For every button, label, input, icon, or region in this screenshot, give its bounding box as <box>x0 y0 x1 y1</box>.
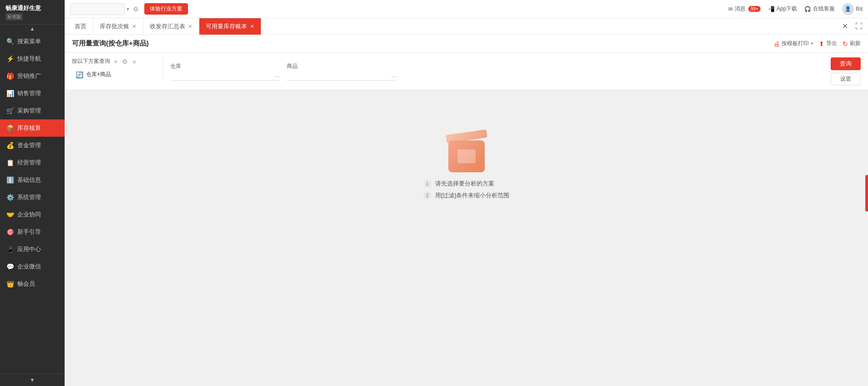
trial-btn[interactable]: 体验行业方案 <box>144 3 188 15</box>
scheme-name: 仓库+商品 <box>86 71 111 78</box>
tab-close-icon[interactable]: ✕ <box>188 24 193 29</box>
tab-home-label: 首页 <box>75 22 86 31</box>
online-service-btn[interactable]: 🎧 在线客服 <box>804 5 835 13</box>
product-more-btn[interactable]: ... <box>391 72 396 78</box>
page-header-actions: 🖨 按模板打印 ▾ ⬆ 导出 ↻ 刷新 <box>773 40 861 47</box>
gear-icon: ⚙️ <box>6 194 14 201</box>
tab-close-icon[interactable]: ✕ <box>250 24 254 29</box>
close-tab-btn[interactable]: ✕ <box>840 20 850 32</box>
sidebar-item-label: 企业微信 <box>17 262 41 271</box>
sidebar-item-new-guide[interactable]: 🎯 新手引导 <box>0 223 65 241</box>
user-profile-btn[interactable]: 👤 Rit <box>842 3 863 15</box>
tab-home[interactable]: 首页 <box>68 18 93 35</box>
main-area: ▾ ⚙ 体验行业方案 ✉ 消息 99+ 📲 App下载 🎧 在线客服 👤 Rit <box>65 0 868 386</box>
settings-icon[interactable]: ⚙ <box>133 5 139 13</box>
product-label: 商品 <box>287 62 396 70</box>
message-icon: ✉ <box>728 6 733 12</box>
sidebar-item-label: 系统管理 <box>17 193 41 201</box>
tab-inventory-batch[interactable]: 库存批次账 ✕ <box>93 18 143 35</box>
print-btn[interactable]: 🖨 按模板打印 ▾ <box>773 40 813 47</box>
sidebar-item-system[interactable]: ⚙️ 系统管理 <box>0 189 65 206</box>
filter-settings-btn[interactable]: 设置 <box>831 73 861 85</box>
gift-icon: 🎁 <box>6 72 14 80</box>
sidebar-item-operations[interactable]: 📋 经营管理 <box>0 154 65 171</box>
sidebar-item-inventory[interactable]: 📦 库存核算 <box>0 119 65 137</box>
export-icon: ⬆ <box>819 40 824 47</box>
sidebar-item-wechat[interactable]: 💬 企业微信 <box>0 258 65 275</box>
warehouse-field: 仓库 ... <box>170 62 279 81</box>
product-input[interactable] <box>287 72 390 78</box>
scroll-indicator <box>865 175 868 211</box>
crown-icon: 👑 <box>6 280 14 288</box>
box-body <box>448 140 485 172</box>
topbar: ▾ ⚙ 体验行业方案 ✉ 消息 99+ 📲 App下载 🎧 在线客服 👤 Rit <box>65 0 868 18</box>
filter-fields: 仓库 ... 商品 ... 查询 设置 <box>163 57 861 85</box>
filter-label-text: 按以下方案查询 <box>72 57 110 65</box>
edit-scheme-btn[interactable]: ⚙ <box>121 58 129 65</box>
sidebar-scroll-up[interactable]: ▲ <box>0 25 65 33</box>
hint-text-1: 请先选择要分析的方案 <box>435 180 494 188</box>
app-download-btn[interactable]: 📲 App下载 <box>768 5 797 13</box>
tab-close-icon[interactable]: ✕ <box>132 24 137 29</box>
hint-text-2: 用[过滤]条件来缩小分析范围 <box>435 191 509 200</box>
sidebar-item-sales[interactable]: 📊 销售管理 <box>0 85 65 102</box>
sidebar-item-label: 资金管理 <box>17 141 41 149</box>
warehouse-more-btn[interactable]: ... <box>275 72 279 78</box>
filter-scheme-panel: 按以下方案查询 + ⚙ « 🔄 仓库+商品 <box>72 57 163 80</box>
scheme-icon: 🔄 <box>76 71 83 78</box>
target-icon: 🎯 <box>6 228 14 236</box>
sidebar-item-app-center[interactable]: 📱 应用中心 <box>0 241 65 258</box>
expand-tab-btn[interactable]: ⛶ <box>853 21 864 32</box>
sidebar: 畅康通好生意 标准版 ▲ 🔍 搜索菜单 ⚡ 快捷导航 🎁 营销推广 📊 销售管理… <box>0 0 65 386</box>
sidebar-item-label: 经营管理 <box>17 159 41 167</box>
sidebar-item-vip[interactable]: 👑 畅会员 <box>0 275 65 293</box>
box-face <box>457 149 476 163</box>
add-scheme-btn[interactable]: + <box>113 58 118 65</box>
sidebar-item-enterprise[interactable]: 🤝 企业协同 <box>0 206 65 223</box>
sidebar-item-purchase[interactable]: 🛒 采购管理 <box>0 102 65 119</box>
sidebar-item-basic-info[interactable]: ℹ️ 基础信息 <box>0 171 65 189</box>
print-icon: 🖨 <box>773 40 780 47</box>
tabs-bar: 首页 库存批次账 ✕ 收发存汇总表 ✕ 可用量库存账本 ✕ ✕ ⛶ <box>65 18 868 35</box>
tab-receive-summary[interactable]: 收发存汇总表 ✕ <box>143 18 199 35</box>
sidebar-item-search[interactable]: 🔍 搜索菜单 <box>0 33 65 50</box>
collapse-btn[interactable]: « <box>132 58 137 65</box>
sidebar-item-label: 快捷导航 <box>17 55 41 63</box>
hint-item-2: 2 用[过滤]条件来缩小分析范围 <box>423 191 509 200</box>
message-label: 消息 <box>735 5 746 13</box>
refresh-icon: ↻ <box>843 40 848 47</box>
warehouse-input[interactable] <box>170 72 273 78</box>
message-badge: 99+ <box>748 6 761 12</box>
sidebar-item-quick-nav[interactable]: ⚡ 快捷导航 <box>0 50 65 67</box>
sidebar-item-funds[interactable]: 💰 资金管理 <box>0 137 65 154</box>
chevron-down-icon[interactable]: ▾ <box>127 6 129 12</box>
mobile-icon: 📱 <box>6 246 14 253</box>
headset-icon: 🎧 <box>804 6 811 12</box>
page-content: 可用量查询(按仓库+商品) 🖨 按模板打印 ▾ ⬆ 导出 ↻ 刷新 <box>65 35 868 386</box>
sidebar-item-marketing[interactable]: 🎁 营销推广 <box>0 67 65 85</box>
query-btn[interactable]: 查询 <box>831 57 861 70</box>
search-icon: 🔍 <box>6 38 14 45</box>
refresh-btn[interactable]: ↻ 刷新 <box>843 40 861 47</box>
tab-available-qty[interactable]: 可用量库存账本 ✕ <box>199 18 261 35</box>
page-header: 可用量查询(按仓库+商品) 🖨 按模板打印 ▾ ⬆ 导出 ↻ 刷新 <box>65 35 868 53</box>
info-icon: ℹ️ <box>6 176 14 184</box>
hint-item-1: 1 请先选择要分析的方案 <box>423 180 509 188</box>
warehouse-input-group: ... <box>170 72 279 81</box>
warehouse-label: 仓库 <box>170 62 279 70</box>
avatar: 👤 <box>842 3 854 15</box>
scheme-warehouse-product[interactable]: 🔄 仓库+商品 <box>72 69 157 80</box>
app-download-label: App下载 <box>777 5 797 13</box>
tab-receive-summary-label: 收发存汇总表 <box>150 22 185 31</box>
sidebar-scroll-down[interactable]: ▼ <box>0 374 65 386</box>
empty-state: 1 请先选择要分析的方案 2 用[过滤]条件来缩小分析范围 <box>65 90 868 236</box>
brand-tag: 标准版 <box>5 13 23 21</box>
online-service-label: 在线客服 <box>813 5 835 13</box>
tabs-actions: ✕ ⛶ <box>840 20 864 32</box>
sidebar-item-label: 销售管理 <box>17 89 41 98</box>
sidebar-item-label: 应用中心 <box>17 245 41 253</box>
money-icon: 💰 <box>6 142 14 149</box>
message-btn[interactable]: ✉ 消息 99+ <box>728 5 761 13</box>
topbar-search-input[interactable] <box>70 3 125 15</box>
export-btn[interactable]: ⬆ 导出 <box>819 40 837 47</box>
